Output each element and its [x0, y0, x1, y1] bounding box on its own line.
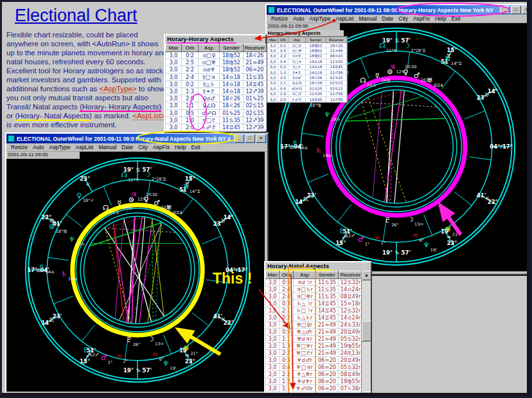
- cell: 01♑25: [244, 95, 267, 102]
- table-row[interactable]: 3,01:0♃□♇11♋3512♐39: [268, 91, 347, 96]
- table-row[interactable]: 3,02:4♃□♅r11♋3508♊49r: [266, 293, 363, 300]
- menu-item-date[interactable]: Date: [119, 144, 136, 150]
- horary-horary-link[interactable]: (Horary- Horary Aspects): [80, 103, 161, 112]
- menu-item-exit[interactable]: Exit: [448, 15, 463, 22]
- titlebar[interactable]: ELECTIONAL OuterWheel for 2001-09-11 09:…: [267, 5, 532, 15]
- table-row[interactable]: 3,02:4♃□♄r11♋3514♎24r: [266, 286, 363, 293]
- table-row[interactable]: 3,01:3☿✶♇14♎1812♐39: [268, 69, 347, 75]
- table-row[interactable]: 3,01:3♅□♆r21♒4919♍55r: [266, 343, 363, 350]
- cell: ☿□♃: [288, 59, 306, 64]
- table-row[interactable]: 3,02:1♄□☽r14♊4512♋32r: [266, 307, 363, 314]
- cell: 1:0: [278, 91, 288, 96]
- table-row[interactable]: 3,00:2♄△♄r14♊4514♎24r: [266, 314, 363, 321]
- cell: 0:3: [279, 300, 294, 307]
- cell: 14♎18: [220, 80, 244, 87]
- horary-natal-aspects-panel[interactable]: Horary-Natal Aspects MaxOrbAspSenderRece…: [264, 261, 372, 398]
- table-row[interactable]: 3,00:5♂☍☊01♑2502♋15: [166, 109, 267, 116]
- cell: 3,0: [166, 102, 182, 109]
- titlebar[interactable]: ELECTIONAL OuterWheel for 2001-09-11 09:…: [6, 134, 267, 143]
- table-row[interactable]: 3,00:5♃☌☽r11♋3512♋32r: [266, 279, 363, 286]
- menu-item-manual[interactable]: Manual: [356, 15, 379, 22]
- minimize-button[interactable]: _: [500, 6, 510, 14]
- cell: 12♋32r: [339, 279, 363, 286]
- column-header-asp: Asp: [288, 37, 306, 43]
- table-row[interactable]: 3,02:0♀☌♂18♌2601♑25: [268, 75, 347, 80]
- horary-horary-aspects-panel[interactable]: Horary-Horary Aspects MaxOrbAspSenderRec…: [164, 34, 267, 133]
- table-row[interactable]: 3,00:4♆□♃r06♒2005♋32r: [266, 364, 363, 371]
- table-row[interactable]: 3,02:5⊙□♅18♍5221♒49: [166, 59, 267, 66]
- table-row[interactable]: 3,02:0♄☍♇14♊4512♐39: [166, 123, 267, 131]
- cell: 08♊49r: [339, 371, 363, 378]
- planet-degree-label: 24♍: [123, 205, 132, 210]
- cell: 3,0: [166, 66, 182, 73]
- menu-item-asptype[interactable]: AspType: [46, 144, 73, 150]
- table-row[interactable]: 3,01:1♀∠☊18♌2602♋15: [166, 102, 267, 109]
- table-row[interactable]: 3,01:3☿✶♇14♎1812♐39: [166, 87, 267, 95]
- window-horary-horary-wheel[interactable]: ELECTIONAL OuterWheel for 2001-09-11 09:…: [265, 4, 532, 275]
- table-row[interactable]: 3,02:0♀☌♂18♌2601♑25: [166, 95, 267, 102]
- menu-item-asplist[interactable]: AspList: [333, 15, 357, 22]
- table-row[interactable]: 3,01:1♆☍☊r06♒2007♌38r: [266, 385, 363, 392]
- planet-glyph: ♆: [324, 111, 330, 119]
- planet-glyph: ♀: [143, 195, 148, 204]
- table-row[interactable]: 3,02:2♅□♇r21♒4924♏13r: [266, 350, 363, 357]
- window-horary-natal-wheel[interactable]: ELECTIONAL OuterWheel for 2001-09-11 09:…: [5, 132, 269, 398]
- menu-item-exit[interactable]: Exit: [188, 144, 202, 150]
- table-row[interactable]: 3,00:5♅△♂r21♒4920♊49r: [266, 329, 363, 336]
- maximize-button[interactable]: □: [245, 134, 255, 143]
- table-row[interactable]: 3,02:2♆△♅r06♒2008♊49r: [266, 371, 363, 378]
- table-row[interactable]: 3,00:2☿△♄14♎1814♊45: [166, 80, 267, 87]
- menu-item-help[interactable]: Help: [172, 144, 188, 150]
- table-row[interactable]: 3,02:5⊙□♅18♍5221♒49: [268, 48, 347, 53]
- asplist-link[interactable]: <AspList>: [132, 112, 165, 120]
- maximize-button[interactable]: □: [511, 6, 521, 14]
- scroll-thumb[interactable]: [362, 321, 371, 341]
- close-button[interactable]: ×: [256, 134, 266, 143]
- menu-item-auto[interactable]: Auto: [290, 15, 307, 22]
- scroll-up-button[interactable]: ▲: [362, 271, 371, 280]
- table-row[interactable]: 3,02:2⊙☌♆18♍5206♒20: [268, 53, 347, 59]
- table-row[interactable]: 3,00:3♆☌♂r06♒2020♊49r: [266, 357, 363, 364]
- cell: ♆□♃r: [294, 364, 316, 371]
- table-row[interactable]: 3,00:2⊙□♀18♍5218♌26: [166, 52, 267, 59]
- planet-glyph: ♒: [116, 352, 123, 361]
- menu-item-aspfix[interactable]: AspFix: [411, 15, 432, 22]
- table-row[interactable]: 3,00:2☿△♄14♎1814♊45: [268, 64, 347, 69]
- table-row[interactable]: 3,02:0♄☍♇14♊4512♐39: [268, 96, 347, 102]
- table-row[interactable]: 3,01:0♃□♇11♋3512♐39: [166, 116, 267, 123]
- planet-degree-label: 14♎: [299, 145, 308, 150]
- menu-item-city[interactable]: City: [136, 144, 150, 150]
- horary-natal-link[interactable]: (Horary- Natal Aspects): [15, 112, 92, 121]
- minimize-button[interactable]: _: [234, 134, 244, 143]
- scrollbar[interactable]: ▲ ▼: [361, 271, 371, 398]
- menu-item-resize[interactable]: Resize: [8, 144, 30, 150]
- table-row[interactable]: 3,01:1♀∠☊18♌2602♋15: [268, 80, 347, 86]
- table-row[interactable]: 3,01:1♅☌♃r21♒4905♋32r: [266, 336, 363, 343]
- menu-item-manual[interactable]: Manual: [96, 144, 119, 150]
- menu-item-resize[interactable]: Resize: [269, 15, 290, 22]
- table-row[interactable]: 3,02:4☿□♃14♎1811♋35: [268, 59, 347, 64]
- menu-item-aspfix[interactable]: AspFix: [150, 144, 172, 150]
- column-header-receiver: Receiver: [339, 271, 363, 279]
- asptype-link[interactable]: <AspType>: [99, 85, 136, 93]
- menu-item-help[interactable]: Help: [432, 15, 448, 22]
- cusp-label: 23': [477, 95, 486, 101]
- table-row[interactable]: 3,02:4♅□♀r21♒4924♋33r: [266, 321, 363, 329]
- table-row[interactable]: 3,00:2⊙□♀18♍5218♌26: [268, 43, 347, 48]
- table-row[interactable]: 3,00:3♄△☽r14♊4515♒18r: [266, 300, 363, 307]
- menu-item-city[interactable]: City: [396, 15, 411, 22]
- overlay-aspect-table[interactable]: MaxOrbAspSenderReceiver3,00:2⊙□♀18♍5218♌…: [267, 36, 348, 103]
- menu-item-auto[interactable]: Auto: [30, 144, 47, 150]
- menu-item-asplist[interactable]: AspList: [73, 144, 96, 150]
- menu-item-asptype[interactable]: AspType: [306, 15, 333, 22]
- table-row[interactable]: 3,00:5♂☍☊01♑2502♋15: [268, 86, 347, 91]
- cell: ♄△♄r: [294, 314, 316, 321]
- table-row[interactable]: 3,02:4☿□♃14♎1811♋35: [166, 73, 267, 80]
- cell: 0:4: [279, 364, 294, 371]
- column-header-orb: Orb: [182, 44, 199, 52]
- menu-item-date[interactable]: Date: [379, 15, 396, 22]
- table-row[interactable]: 3,02:2⊙☌♆18♍5206♒20: [166, 66, 267, 73]
- table-row[interactable]: 3,01:2♆☌♆r06♒2019♍55r: [266, 378, 363, 385]
- cell: 2:4: [279, 293, 294, 300]
- cell: 3,0: [268, 91, 278, 96]
